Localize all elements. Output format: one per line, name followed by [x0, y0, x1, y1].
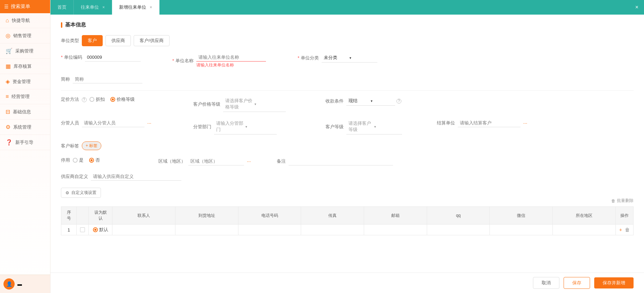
- delete-row-button[interactable]: 🗑: [625, 227, 630, 233]
- operations-icon: ≡: [6, 93, 9, 100]
- sidebar-item-label: 系统管理: [13, 124, 31, 130]
- search-menu-button[interactable]: ☰ 搜索菜单: [0, 0, 50, 13]
- tab-contacts-close[interactable]: ×: [102, 5, 105, 10]
- cell-fax[interactable]: [301, 225, 364, 235]
- payment-condition-value: 现结: [348, 98, 371, 104]
- customer-tag-field: 客户标签 + 标签: [61, 141, 634, 150]
- close-all-tabs-button[interactable]: ×: [630, 4, 644, 10]
- tab-home[interactable]: 首页: [50, 0, 74, 15]
- manager-more-icon[interactable]: ···: [146, 120, 153, 126]
- unit-category-select[interactable]: 未分类 ▾: [322, 53, 377, 63]
- cell-region[interactable]: [553, 225, 616, 235]
- home-icon: ⌂: [6, 17, 9, 24]
- save-and-new-button[interactable]: 保存并新增: [594, 277, 634, 288]
- cell-email[interactable]: [364, 225, 427, 235]
- phone-input[interactable]: [242, 227, 298, 233]
- sidebar-item-operations[interactable]: ≡ 经营管理: [0, 89, 50, 104]
- cell-contact[interactable]: [112, 225, 175, 235]
- pricing-discount-radio[interactable]: 折扣: [89, 96, 105, 103]
- cell-wechat[interactable]: [490, 225, 553, 235]
- add-tag-button[interactable]: + 标签: [82, 141, 101, 150]
- region-input[interactable]: [188, 157, 244, 165]
- pricing-help-icon[interactable]: ?: [82, 97, 87, 102]
- department-label: 分管部门: [193, 124, 211, 130]
- customer-price-level-select[interactable]: 请选择客户价格等级 ▾: [223, 96, 286, 112]
- newbie-icon: ❓: [6, 139, 13, 146]
- unit-type-row: 单位类型 客户 供应商 客户/供应商: [61, 35, 634, 46]
- department-select[interactable]: 请输入分管部门 ▾: [214, 119, 277, 135]
- cell-phone[interactable]: [238, 225, 301, 235]
- pricing-method-field: 定价方法 ? 折扣 价格等级: [61, 96, 179, 103]
- disable-yes-label: 是: [79, 157, 84, 163]
- cell-checkbox[interactable]: [77, 225, 89, 235]
- set-default-radio[interactable]: 默认: [92, 227, 109, 233]
- sidebar-item-newbie[interactable]: ❓ 新手引导: [0, 135, 50, 150]
- cell-address[interactable]: [175, 225, 238, 235]
- pricing-price-level-radio[interactable]: 价格等级: [110, 96, 135, 103]
- unit-name-input[interactable]: [196, 53, 266, 62]
- settlement-unit-field: 结算单位 ···: [437, 119, 634, 127]
- settlement-more-icon[interactable]: ···: [522, 120, 529, 126]
- divider: [61, 90, 634, 91]
- sidebar-item-label: 资金管理: [13, 79, 31, 85]
- cancel-button[interactable]: 取消: [533, 277, 559, 289]
- save-button[interactable]: 保存: [564, 277, 590, 289]
- payment-condition-select[interactable]: 现结 ▾: [346, 96, 395, 106]
- tab-contacts-label: 往来单位: [81, 4, 99, 10]
- custom-settings-button[interactable]: ⚙ 自定义项设置: [61, 188, 101, 198]
- disable-no-radio[interactable]: 否: [89, 157, 100, 163]
- fax-input[interactable]: [305, 227, 360, 233]
- unit-btn-supplier[interactable]: 供应商: [105, 35, 131, 46]
- contact-input[interactable]: [116, 227, 172, 233]
- sidebar-item-finance[interactable]: ◈ 资金管理: [0, 74, 50, 89]
- col-index: 序号: [61, 207, 77, 225]
- email-input[interactable]: [368, 227, 423, 233]
- tab-new-contact-label: 新增往来单位: [119, 4, 146, 10]
- cell-qq[interactable]: [427, 225, 490, 235]
- supplier-custom-input[interactable]: [91, 172, 181, 181]
- manager-field: 分管人员 ···: [61, 119, 179, 127]
- unit-btn-both[interactable]: 客户/供应商: [134, 35, 170, 46]
- sidebar-item-purchase[interactable]: 🛒 采购管理: [0, 43, 50, 59]
- sidebar-item-sales[interactable]: ◎ 销售管理: [0, 28, 50, 43]
- tab-contacts[interactable]: 往来单位 ×: [74, 0, 112, 15]
- sidebar-item-label: 新手引导: [15, 139, 33, 146]
- sidebar-item-system[interactable]: ⚙ 系统管理: [0, 120, 50, 135]
- payment-help-icon[interactable]: ?: [396, 99, 401, 104]
- wechat-input[interactable]: [493, 227, 549, 233]
- sidebar-item-label: 基础信息: [13, 109, 31, 115]
- sidebar-item-basic[interactable]: ⊟ 基础信息: [0, 104, 50, 120]
- unit-type-label: 单位类型: [61, 38, 79, 44]
- customer-level-select[interactable]: 请选择客户等级 ▾: [346, 119, 402, 135]
- unit-code-input[interactable]: [85, 53, 141, 62]
- region-table-input[interactable]: [556, 227, 612, 233]
- section-header: 基本信息: [61, 22, 634, 28]
- qq-input[interactable]: [431, 227, 486, 233]
- settings-icon: ⚙: [65, 190, 69, 195]
- sidebar-item-label: 销售管理: [13, 33, 31, 39]
- disable-yes-radio[interactable]: 是: [73, 157, 84, 163]
- region-field: 区域（地区） ···: [158, 157, 256, 165]
- add-row-button[interactable]: +: [619, 227, 622, 233]
- chevron-down-icon: ▾: [374, 125, 400, 129]
- tab-new-contact[interactable]: 新增往来单位 ×: [112, 0, 159, 15]
- address-input[interactable]: [179, 227, 235, 233]
- tab-new-contact-close[interactable]: ×: [150, 5, 152, 10]
- pricing-price-level-radio-dot: [110, 97, 115, 102]
- disable-yes-dot: [73, 158, 78, 163]
- sidebar-item-inventory[interactable]: ▦ 库存核算: [0, 59, 50, 74]
- settlement-unit-input[interactable]: [458, 119, 520, 127]
- unit-btn-customer[interactable]: 客户: [82, 35, 103, 46]
- region-more-icon[interactable]: ···: [245, 158, 252, 164]
- cell-default: 默认: [89, 225, 112, 235]
- manager-input[interactable]: [82, 119, 144, 127]
- chevron-down-icon: ▾: [245, 125, 275, 129]
- batch-delete-button[interactable]: 🗑 批量删除: [611, 198, 634, 204]
- short-name-input[interactable]: [73, 75, 142, 83]
- purchase-icon: 🛒: [6, 48, 13, 54]
- sidebar-item-quick-nav[interactable]: ⌂ 快捷导航: [0, 13, 50, 28]
- table-section: ⚙ 自定义项设置 🗑 批量删除 序号 设为默认 联系人 到货地址: [61, 188, 634, 235]
- row-checkbox[interactable]: [80, 227, 85, 232]
- remark-input[interactable]: [289, 157, 393, 165]
- default-radio-dot: [93, 227, 98, 232]
